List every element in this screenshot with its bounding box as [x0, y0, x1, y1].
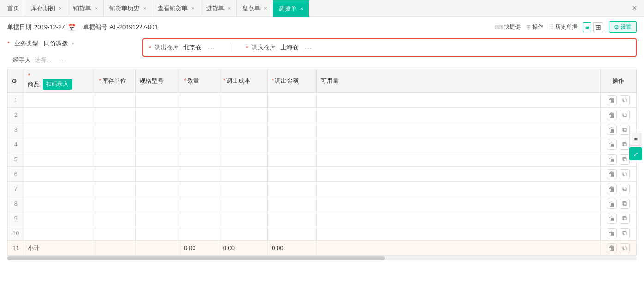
tab-inventory-check[interactable]: 盘点单 × [237, 0, 273, 17]
row-unit-8[interactable] [95, 196, 136, 211]
row-available-10[interactable] [316, 226, 600, 241]
transfer-in-more[interactable]: ··· [305, 44, 313, 51]
row-quantity-8[interactable] [180, 196, 219, 211]
tab-sales-history-close[interactable]: × [143, 6, 146, 11]
row-cost-7[interactable] [219, 182, 267, 196]
row-spec-7[interactable] [136, 182, 180, 196]
row-quantity-3[interactable] [180, 122, 219, 137]
row-product-5[interactable] [24, 152, 95, 167]
row-spec-1[interactable] [136, 93, 180, 108]
row-spec-10[interactable] [136, 226, 180, 241]
subtotal-copy-icon[interactable]: ⧉ [620, 243, 630, 253]
tab-inventory-init[interactable]: 库存期初 × [25, 0, 67, 17]
copy-icon-10[interactable]: ⧉ [620, 228, 630, 238]
row-quantity-4[interactable] [180, 137, 219, 152]
row-spec-6[interactable] [136, 167, 180, 182]
row-product-6[interactable] [24, 167, 95, 182]
tab-sales-order[interactable]: 销货单 × [67, 0, 103, 17]
tab-sales-history[interactable]: 销货单历史 × [104, 0, 152, 17]
row-amount-10[interactable] [268, 226, 316, 241]
copy-icon-1[interactable]: ⧉ [620, 95, 630, 105]
sidebar-expand-btn[interactable]: ⤢ [629, 147, 642, 160]
row-amount-8[interactable] [268, 196, 316, 211]
row-available-4[interactable] [316, 137, 600, 152]
tab-inventory-check-close[interactable]: × [264, 6, 267, 11]
row-available-3[interactable] [316, 122, 600, 137]
delete-icon-5[interactable]: 🗑 [607, 154, 617, 165]
tab-transfer-order-close[interactable]: × [300, 6, 303, 12]
row-amount-3[interactable] [268, 122, 316, 137]
handler-input[interactable]: 选择... [35, 56, 52, 64]
tab-sales-order-close[interactable]: × [95, 6, 97, 11]
tab-purchase-order-close[interactable]: × [228, 6, 231, 11]
scan-button[interactable]: 扫码录入 [43, 79, 72, 90]
settings-button[interactable]: ⚙ 设置 [609, 21, 637, 33]
row-quantity-5[interactable] [180, 152, 219, 167]
row-quantity-7[interactable] [180, 182, 219, 196]
transfer-in-value[interactable]: 上海仓 [280, 43, 298, 52]
tab-view-sales[interactable]: 查看销货单 × [152, 0, 200, 17]
row-amount-7[interactable] [268, 182, 316, 196]
row-quantity-1[interactable] [180, 93, 219, 108]
delete-icon-10[interactable]: 🗑 [607, 228, 617, 238]
row-spec-9[interactable] [136, 211, 180, 226]
subtotal-delete-icon[interactable]: 🗑 [607, 243, 617, 253]
row-product-9[interactable] [24, 211, 95, 226]
row-cost-8[interactable] [219, 196, 267, 211]
row-cost-4[interactable] [219, 137, 267, 152]
tab-home[interactable]: 首页 [2, 0, 25, 17]
row-amount-2[interactable] [268, 108, 316, 122]
row-product-3[interactable] [24, 122, 95, 137]
row-cost-6[interactable] [219, 167, 267, 182]
handler-more[interactable]: ··· [59, 57, 67, 64]
delete-icon-9[interactable]: 🗑 [607, 214, 617, 224]
business-type-select[interactable]: 同价调拨 ▾ [42, 38, 116, 49]
row-cost-3[interactable] [219, 122, 267, 137]
row-spec-2[interactable] [136, 108, 180, 122]
layout-icon-grid[interactable]: ⊞ [593, 22, 603, 32]
row-amount-4[interactable] [268, 137, 316, 152]
tab-view-sales-close[interactable]: × [191, 6, 194, 11]
delete-icon-1[interactable]: 🗑 [607, 95, 617, 105]
row-spec-8[interactable] [136, 196, 180, 211]
delete-icon-2[interactable]: 🗑 [607, 110, 617, 120]
delete-icon-8[interactable]: 🗑 [607, 199, 617, 209]
row-cost-9[interactable] [219, 211, 267, 226]
delete-icon-3[interactable]: 🗑 [607, 125, 617, 135]
row-unit-6[interactable] [95, 167, 136, 182]
row-amount-9[interactable] [268, 211, 316, 226]
horizontal-scrollbar[interactable] [7, 256, 637, 260]
gear-icon[interactable]: ⚙ [12, 78, 17, 85]
row-available-8[interactable] [316, 196, 600, 211]
tab-inventory-init-close[interactable]: × [59, 6, 61, 11]
copy-icon-2[interactable]: ⧉ [620, 110, 630, 120]
row-available-2[interactable] [316, 108, 600, 122]
row-cost-5[interactable] [219, 152, 267, 167]
transfer-out-more[interactable]: ··· [208, 44, 216, 51]
row-quantity-10[interactable] [180, 226, 219, 241]
delete-icon-6[interactable]: 🗑 [607, 169, 617, 179]
shortcut-action[interactable]: ⌨ 快捷键 [495, 23, 521, 31]
copy-icon-6[interactable]: ⧉ [620, 169, 630, 179]
row-quantity-6[interactable] [180, 167, 219, 182]
scrollbar-thumb[interactable] [7, 256, 385, 260]
delete-icon-7[interactable]: 🗑 [607, 184, 617, 194]
operation-action[interactable]: ⊞ 操作 [526, 23, 543, 31]
row-cost-10[interactable] [219, 226, 267, 241]
th-gear[interactable]: ⚙ [8, 69, 24, 93]
row-unit-7[interactable] [95, 182, 136, 196]
row-unit-1[interactable] [95, 93, 136, 108]
row-cost-2[interactable] [219, 108, 267, 122]
row-unit-4[interactable] [95, 137, 136, 152]
row-product-2[interactable] [24, 108, 95, 122]
row-product-4[interactable] [24, 137, 95, 152]
row-quantity-9[interactable] [180, 211, 219, 226]
window-close-button[interactable]: × [627, 4, 642, 12]
row-unit-10[interactable] [95, 226, 136, 241]
row-amount-5[interactable] [268, 152, 316, 167]
row-unit-9[interactable] [95, 211, 136, 226]
row-amount-1[interactable] [268, 93, 316, 108]
row-product-7[interactable] [24, 182, 95, 196]
row-quantity-2[interactable] [180, 108, 219, 122]
sidebar-list-btn[interactable]: ≡ [629, 133, 642, 146]
